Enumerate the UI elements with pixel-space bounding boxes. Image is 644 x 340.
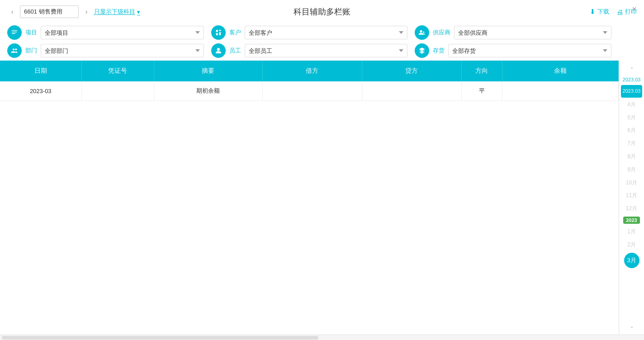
cell-date: 2023-03: [0, 81, 81, 101]
scrollbar-track[interactable]: [2, 336, 318, 340]
page-title: 科目辅助多栏账: [294, 6, 350, 17]
timeline-item-9[interactable]: 9月: [619, 163, 644, 176]
timeline-item-2[interactable]: 2月: [619, 238, 644, 251]
filter-item-supplier: 供应商 全部供应商: [415, 25, 611, 40]
table-row: 2023-03 期初余额 平: [0, 81, 619, 101]
svg-point-4: [13, 48, 14, 50]
department-select[interactable]: 全部部门: [41, 44, 204, 57]
inventory-select[interactable]: 全部存货: [448, 44, 611, 57]
department-label: 部门: [25, 47, 37, 55]
title-bar: ‹ › 只显示下级科目 ▾ 科目辅助多栏账 ⬇ 下载 🖨 打印 ×: [0, 0, 644, 22]
timeline-selected-2023-03[interactable]: 2023.03: [621, 85, 642, 97]
filter-section: 项目 全部项目 客户 全部客户: [0, 22, 644, 61]
next-account-btn[interactable]: ›: [81, 7, 91, 17]
timeline-item-4[interactable]: 4月: [619, 98, 644, 111]
year-badge-container: 2023: [619, 215, 644, 225]
timeline-item-5[interactable]: 5月: [619, 111, 644, 124]
filter-item-customer: 客户 全部客户: [211, 25, 408, 40]
filter-row-1: 项目 全部项目 客户 全部客户: [7, 25, 611, 40]
col-balance-header: 余额: [502, 61, 619, 81]
timeline-up-btn[interactable]: [625, 61, 639, 75]
show-sub-btn[interactable]: 只显示下级科目 ▾: [94, 8, 140, 16]
download-label: 下载: [597, 8, 609, 16]
download-btn[interactable]: ⬇ 下载: [590, 8, 609, 16]
content-area: 日期 凭证号 摘要 借方 贷方 方向 余额 2023-03 期初余额: [0, 61, 644, 335]
year-badge-2023[interactable]: 2023: [623, 217, 639, 224]
employee-icon: [211, 43, 226, 58]
timeline-item-10[interactable]: 10月: [619, 176, 644, 189]
show-sub-label: 只显示下级科目: [94, 8, 135, 16]
active-month-container: 3月: [619, 251, 644, 269]
dropdown-chevron-icon: ▾: [137, 9, 140, 15]
customer-select[interactable]: 全部客户: [245, 26, 408, 39]
col-direction-header: 方向: [461, 61, 502, 81]
project-icon: [7, 25, 22, 40]
supplier-select[interactable]: 全部供应商: [454, 26, 611, 39]
timeline-item-11[interactable]: 11月: [619, 189, 644, 202]
filter-item-employee: 员工 全部员工: [211, 43, 408, 58]
filter-item-project: 项目 全部项目: [7, 25, 204, 40]
cell-balance: [502, 81, 619, 101]
horizontal-scrollbar[interactable]: [0, 335, 644, 340]
timeline-sidebar: 2023.03 2023.03 4月 5月 6月 7月 8月 9月 10月 11…: [619, 61, 644, 335]
project-select[interactable]: 全部项目: [41, 26, 204, 39]
account-input[interactable]: [20, 5, 79, 18]
supplier-label: 供应商: [433, 28, 450, 37]
svg-point-5: [15, 48, 17, 50]
cell-debit: [262, 81, 362, 101]
inventory-label: 存货: [433, 47, 445, 55]
timeline-item-12[interactable]: 12月: [619, 202, 644, 215]
cell-direction: 平: [461, 81, 502, 101]
print-icon: 🖨: [616, 8, 623, 16]
department-icon: [7, 43, 22, 58]
timeline-item-1[interactable]: 1月: [619, 225, 644, 238]
cell-voucher: [81, 81, 154, 101]
filter-row-2: 部门 全部部门 员工 全部员工: [7, 43, 611, 58]
customer-icon: [211, 25, 226, 40]
col-date-header: 日期: [0, 61, 81, 81]
timeline-item-6[interactable]: 6月: [619, 124, 644, 137]
col-summary-header: 摘要: [154, 61, 262, 81]
main-window: ‹ › 只显示下级科目 ▾ 科目辅助多栏账 ⬇ 下载 🖨 打印 ×: [0, 0, 644, 340]
title-left: ‹ › 只显示下级科目 ▾: [7, 5, 140, 18]
svg-rect-0: [12, 30, 17, 31]
timeline-down-btn[interactable]: [625, 320, 639, 335]
svg-point-3: [420, 30, 422, 33]
download-icon: ⬇: [590, 8, 596, 16]
close-btn[interactable]: ×: [632, 5, 637, 14]
col-debit-header: 借方: [262, 61, 362, 81]
svg-rect-2: [12, 33, 15, 33]
table-body: 2023-03 期初余额 平: [0, 81, 619, 101]
table-header: 日期 凭证号 摘要 借方 贷方 方向 余额: [0, 61, 619, 81]
timeline-header-2023-03[interactable]: 2023.03: [619, 75, 644, 85]
prev-account-btn[interactable]: ‹: [7, 7, 17, 17]
supplier-icon: [415, 25, 429, 40]
col-credit-header: 贷方: [362, 61, 461, 81]
filter-item-inventory: 存货 全部存货: [415, 43, 611, 58]
main-table: 日期 凭证号 摘要 借方 贷方 方向 余额 2023-03 期初余额: [0, 61, 619, 101]
timeline-item-7[interactable]: 7月: [619, 137, 644, 150]
active-month-3[interactable]: 3月: [624, 253, 639, 268]
title-right: ⬇ 下载 🖨 打印 ×: [590, 8, 637, 16]
svg-rect-1: [12, 32, 17, 32]
filter-item-department: 部门 全部部门: [7, 43, 204, 58]
cell-credit: [362, 81, 461, 101]
cell-summary: 期初余额: [154, 81, 262, 101]
inventory-icon: [415, 43, 429, 58]
table-container[interactable]: 日期 凭证号 摘要 借方 贷方 方向 余额 2023-03 期初余额: [0, 61, 619, 335]
timeline-item-8[interactable]: 8月: [619, 150, 644, 163]
project-label: 项目: [25, 28, 37, 37]
employee-select[interactable]: 全部员工: [245, 44, 408, 57]
customer-label: 客户: [229, 28, 241, 37]
employee-label: 员工: [229, 47, 241, 55]
col-voucher-header: 凭证号: [81, 61, 154, 81]
